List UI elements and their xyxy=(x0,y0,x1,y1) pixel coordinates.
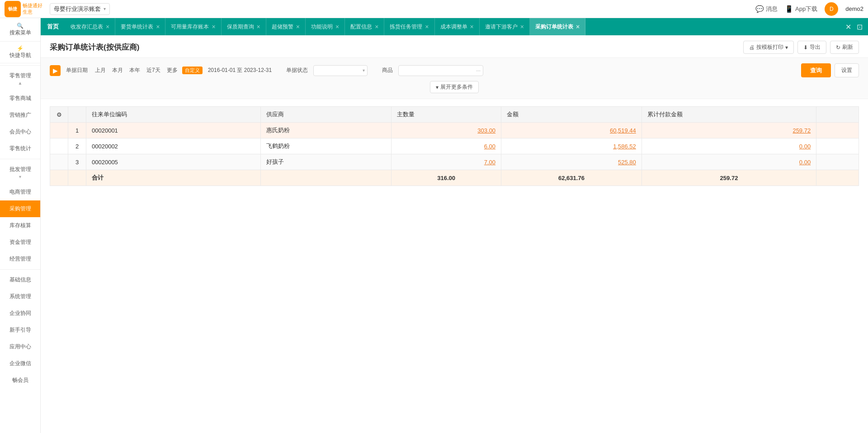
sidebar-item-wholesale[interactable]: 批发管理 ▾ xyxy=(0,161,40,184)
expand-more-area: ▾ 展开更多条件 xyxy=(50,81,859,93)
row-3-qty[interactable]: 7.00 xyxy=(392,154,501,170)
this-month-btn[interactable]: 本月 xyxy=(110,66,125,75)
tab-chengben[interactable]: 成本调整单 × xyxy=(435,18,480,35)
tab-purchase-stat[interactable]: 采购订单统计表 × xyxy=(530,18,585,35)
print-btn[interactable]: 🖨 按模板打印 ▾ xyxy=(743,41,794,54)
appdownload-btn[interactable]: 📱 App下载 xyxy=(785,5,817,13)
tab-baozhi[interactable]: 保质期查询 × xyxy=(222,18,266,35)
this-year-btn[interactable]: 本年 xyxy=(127,66,142,75)
sidebar: 🔍 搜索菜单 ⚡ 快捷导航 零售管理 ▲ 零售商城 营销推广 会员中心 零售统计… xyxy=(0,18,41,433)
appdownload-icon: 📱 xyxy=(785,5,793,13)
tab-maximize-btn[interactable]: ⊡ xyxy=(855,21,864,33)
more-date-btn[interactable]: 更多 xyxy=(165,66,179,75)
tab-shofasun[interactable]: 收发存汇总表 × xyxy=(65,18,115,35)
workspace-selector[interactable]: 母婴行业演示账套 ▾ xyxy=(50,3,110,15)
tab-yaoqing[interactable]: 邀请下游客户 × xyxy=(480,18,530,35)
row-1-supplier: 惠氏奶粉 xyxy=(261,123,392,138)
row-3-paid[interactable]: 0.00 xyxy=(642,154,816,170)
row-3-amount[interactable]: 525.80 xyxy=(501,154,642,170)
footer-supplier xyxy=(261,170,392,186)
row-2-qty[interactable]: 6.00 xyxy=(392,138,501,154)
row-2-paid[interactable]: 0.00 xyxy=(642,138,816,154)
sidebar-item-wechat[interactable]: 企业微信 xyxy=(0,355,40,372)
ecommerce-label: 电商管理 xyxy=(9,188,31,196)
row-1-amount[interactable]: 60,519.44 xyxy=(501,123,642,138)
row-3-seq: 3 xyxy=(68,154,86,170)
row-1-qty[interactable]: 303.00 xyxy=(392,123,501,138)
footer-total-paid: 259.72 xyxy=(642,170,816,186)
sidebar-item-finance[interactable]: 资金管理 xyxy=(0,234,40,251)
filter-toggle-btn[interactable]: ▶ xyxy=(50,65,61,76)
sidebar-item-retail-store[interactable]: 零售商城 xyxy=(0,90,40,107)
tab-kuyongliang[interactable]: 可用量库存账本 × xyxy=(165,18,221,35)
sidebar-item-ops[interactable]: 经营管理 xyxy=(0,251,40,267)
retail-manage-arrow-icon: ▲ xyxy=(18,81,23,86)
sidebar-item-vip[interactable]: 畅会员 xyxy=(0,372,40,389)
tab-close-icon[interactable]: × xyxy=(425,23,429,30)
expand-more-btn[interactable]: ▾ 展开更多条件 xyxy=(430,81,479,93)
user-avatar[interactable]: D xyxy=(825,2,838,16)
refresh-btn[interactable]: ↻ 刷新 xyxy=(830,41,859,54)
tab-close-icon[interactable]: × xyxy=(375,23,378,30)
message-icon: 💬 xyxy=(755,5,764,13)
sidebar-item-retail-stat[interactable]: 零售统计 xyxy=(0,140,40,157)
sidebar-item-enterprise[interactable]: 企业协同 xyxy=(0,305,40,322)
sidebar-item-purchase[interactable]: 采购管理 xyxy=(0,200,40,217)
page-header-actions: 🖨 按模板打印 ▾ ⬇ 导出 ↻ 刷新 xyxy=(743,41,859,54)
tab-close-all-btn[interactable]: ✕ xyxy=(844,21,853,33)
tab-gongneng[interactable]: 功能说明 × xyxy=(306,18,345,35)
tab-close-icon[interactable]: × xyxy=(156,23,160,30)
last-month-btn[interactable]: 上月 xyxy=(93,66,108,75)
search-btn[interactable]: 查询 xyxy=(801,63,831,77)
workspace-arrow-icon: ▾ xyxy=(104,6,106,11)
sidebar-search[interactable]: 🔍 搜索菜单 xyxy=(0,18,40,42)
footer-extra xyxy=(816,170,859,186)
sidebar-item-retail-manage[interactable]: 零售管理 ▲ xyxy=(0,67,40,90)
status-select-wrap: ▾ xyxy=(313,65,368,76)
tab-close-icon[interactable]: × xyxy=(296,23,300,30)
tab-home[interactable]: 首页 xyxy=(41,23,65,31)
sidebar-item-marketing[interactable]: 营销推广 xyxy=(0,107,40,124)
goods-more-icon[interactable]: ··· xyxy=(476,67,481,74)
tab-peizhi[interactable]: 配置信息 × xyxy=(345,18,384,35)
tab-close-icon[interactable]: × xyxy=(106,23,109,30)
last7-btn[interactable]: 近7天 xyxy=(145,66,162,75)
sidebar-item-member[interactable]: 会员中心 xyxy=(0,124,40,140)
sidebar-item-basic[interactable]: 基础信息 xyxy=(0,271,40,288)
sidebar-item-appstore[interactable]: 应用中心 xyxy=(0,338,40,355)
export-btn[interactable]: ⬇ 导出 xyxy=(797,41,826,54)
custom-date-tag[interactable]: 自定义 xyxy=(182,67,203,74)
tab-close-icon[interactable]: × xyxy=(335,23,339,30)
tab-close-icon[interactable]: × xyxy=(257,23,260,30)
tab-close-icon[interactable]: × xyxy=(470,23,474,30)
filter-row-1: ▶ 单据日期 上月 本月 本年 近7天 更多 自定义 2016-01-01 至 … xyxy=(50,63,859,77)
tab-close-icon[interactable]: × xyxy=(520,23,524,30)
goods-input[interactable] xyxy=(398,65,483,76)
sidebar-shortcut[interactable]: ⚡ 快捷导航 xyxy=(0,42,40,63)
tab-jianhuo[interactable]: 拣货任务管理 × xyxy=(384,18,434,35)
row-2-amount[interactable]: 1,586.52 xyxy=(501,138,642,154)
message-btn[interactable]: 💬 消息 xyxy=(755,5,778,13)
col-settings[interactable]: ⚙ xyxy=(50,107,68,123)
table-body: 1 00020001 惠氏奶粉 303.00 60,519.44 259.72 … xyxy=(50,123,859,170)
status-select[interactable] xyxy=(313,65,368,76)
page-title: 采购订单统计表(按供应商) xyxy=(50,42,139,52)
sidebar-item-inventory[interactable]: 库存核算 xyxy=(0,217,40,234)
tab-active-close-icon[interactable]: × xyxy=(576,23,580,30)
tab-yaohuo[interactable]: 要货单统计表 × xyxy=(115,18,165,35)
settings-btn[interactable]: 设置 xyxy=(835,63,859,77)
page-header: 采购订单统计表(按供应商) 🖨 按模板打印 ▾ ⬇ 导出 ↻ 刷新 xyxy=(41,35,868,58)
col-unit-code: 往来单位编码 xyxy=(86,107,261,123)
tab-actions: ✕ ⊡ xyxy=(840,21,868,33)
tab-close-icon[interactable]: × xyxy=(212,23,215,30)
sidebar-item-ecommerce[interactable]: 电商管理 xyxy=(0,184,40,200)
tab-chaochuyujing[interactable]: 超储预警 × xyxy=(266,18,306,35)
row-2-seq: 2 xyxy=(68,138,86,154)
footer-settings xyxy=(50,170,68,186)
row-1-paid[interactable]: 259.72 xyxy=(642,123,816,138)
row-3-extra xyxy=(816,154,859,170)
table-header: ⚙ 往来单位编码 供应商 主数量 金额 累计付款金额 xyxy=(50,107,859,123)
goods-input-wrap: ··· xyxy=(398,65,483,76)
sidebar-item-newbie[interactable]: 新手引导 xyxy=(0,322,40,338)
sidebar-item-system[interactable]: 系统管理 xyxy=(0,288,40,305)
